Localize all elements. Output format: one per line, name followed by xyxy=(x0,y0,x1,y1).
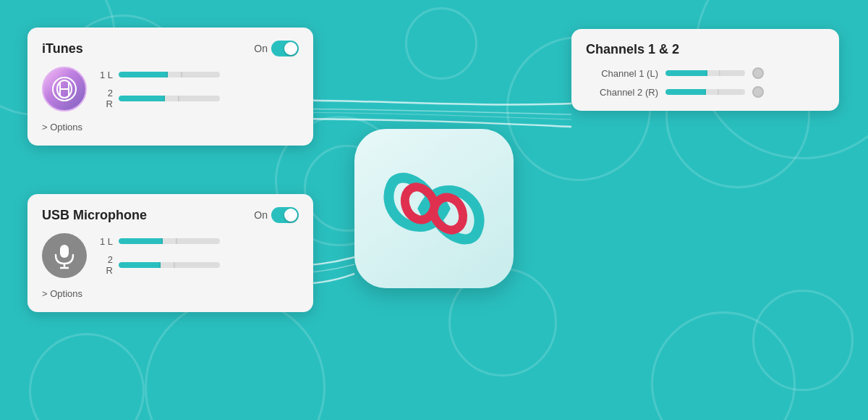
channel-2-slider-track[interactable] xyxy=(665,89,745,95)
usb-toggle[interactable] xyxy=(271,207,299,223)
itunes-card-body: 1 L 2 R xyxy=(42,67,299,112)
itunes-slider-track-2r[interactable] xyxy=(119,96,220,101)
usb-sliders: 1 L 2 R xyxy=(98,236,220,276)
itunes-slider-2r: 2 R xyxy=(98,88,220,109)
app-logo-svg xyxy=(376,151,492,266)
channel-1-label: Channel 1 (L) xyxy=(586,68,658,79)
usb-options[interactable]: > Options xyxy=(42,288,299,299)
channel-2-dot xyxy=(752,86,764,98)
usb-slider-track-2r[interactable] xyxy=(119,262,220,268)
itunes-sliders: 1 L 2 R xyxy=(98,70,220,109)
usb-card-body: 1 L 2 R xyxy=(42,233,299,278)
itunes-card-header: iTunes On xyxy=(42,41,299,56)
channel-2-fill xyxy=(665,89,712,95)
itunes-slider-thumb-2r[interactable] xyxy=(165,96,178,101)
itunes-slider-1l: 1 L xyxy=(98,70,220,80)
channel-2-label: Channel 2 (R) xyxy=(586,87,658,98)
app-logo xyxy=(354,129,514,288)
channel-2-thumb[interactable] xyxy=(706,89,718,95)
itunes-title: iTunes xyxy=(42,41,83,56)
usb-mic-card: USB Microphone On 1 L 2 xyxy=(27,194,313,312)
channels-list: Channel 1 (L) Channel 2 (R) xyxy=(586,67,825,98)
itunes-options[interactable]: > Options xyxy=(42,122,299,133)
usb-card-header: USB Microphone On xyxy=(42,207,299,223)
itunes-slider-fill-1l xyxy=(119,72,174,77)
channel-1-dot xyxy=(752,67,764,79)
usb-slider-1l: 1 L xyxy=(98,236,220,247)
channel-1-thumb[interactable] xyxy=(707,70,719,76)
channels-title: Channels 1 & 2 xyxy=(586,42,679,57)
channel-1-fill xyxy=(665,70,713,76)
itunes-slider-fill-2r xyxy=(119,96,171,101)
usb-channel-2r-label: 2 R xyxy=(98,254,113,276)
itunes-toggle[interactable] xyxy=(271,41,299,56)
itunes-channel-1l-label: 1 L xyxy=(98,70,113,80)
usb-title: USB Microphone xyxy=(42,208,147,223)
channel-1-slider-track[interactable] xyxy=(665,70,745,76)
channel-2-row: Channel 2 (R) xyxy=(586,86,825,98)
itunes-toggle-label: On xyxy=(254,43,268,54)
itunes-slider-thumb-1l[interactable] xyxy=(168,72,181,77)
channels-card-header: Channels 1 & 2 xyxy=(586,42,825,57)
channel-1-row: Channel 1 (L) xyxy=(586,67,825,79)
usb-slider-thumb-2r[interactable] xyxy=(161,262,174,268)
usb-slider-fill-2r xyxy=(119,262,167,268)
usb-slider-thumb-1l[interactable] xyxy=(163,238,176,244)
itunes-toggle-wrap[interactable]: On xyxy=(254,41,299,56)
channels-card: Channels 1 & 2 Channel 1 (L) Channel 2 (… xyxy=(571,29,839,111)
usb-toggle-wrap[interactable]: On xyxy=(254,207,299,223)
mic-app-icon xyxy=(42,233,87,278)
itunes-icon xyxy=(42,67,87,112)
usb-channel-1l-label: 1 L xyxy=(98,236,113,247)
svg-rect-5 xyxy=(60,245,69,258)
itunes-channel-2r-label: 2 R xyxy=(98,88,113,109)
usb-slider-2r: 2 R xyxy=(98,254,220,276)
usb-slider-fill-1l xyxy=(119,238,169,244)
itunes-slider-track-1l[interactable] xyxy=(119,72,220,77)
usb-slider-track-1l[interactable] xyxy=(119,238,220,244)
usb-toggle-label: On xyxy=(254,209,268,221)
itunes-card: iTunes On 1 L 2 xyxy=(27,28,313,146)
